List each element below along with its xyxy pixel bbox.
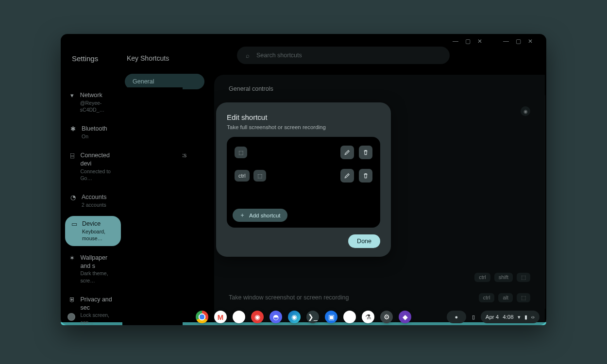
status-time: 4:08 [503,314,513,320]
shortcut-editor: ⬚ ctrl ⬚ [227,137,380,228]
pencil-icon [344,149,351,156]
mic-status[interactable]: ● [447,311,466,323]
app-icon[interactable]: ⚗ [362,311,374,323]
trash-icon [362,172,369,179]
shelf: M ✢ ◉ ◓ ◉ ❯_ ▣ 〰 ⚗ ⚙ ◆ ● ▯ Apr 4 4:08 ▾ … [61,309,546,325]
pencil-icon [344,172,351,179]
discord-icon[interactable]: ◓ [270,311,282,323]
edge-icon[interactable]: ◉ [288,311,301,323]
app-icon[interactable]: ◉ [251,311,264,323]
launcher-button[interactable] [67,313,75,321]
status-tray[interactable]: Apr 4 4:08 ▾ ▮ ‹› [481,311,540,323]
modal-title: Edit shortcut [227,113,380,121]
add-shortcut-label: Add shortcut [249,213,281,218]
edit-shortcut-modal: Edit shortcut Take full screenshot or sc… [216,102,391,257]
key-cap: ctrl [235,170,250,182]
delete-shortcut-button[interactable] [359,146,372,159]
desktop-window: — ▢ ✕ — ▢ ✕ › ⧉ › Settings [61,34,546,325]
shortcut-entry: ctrl ⬚ [233,166,374,185]
overview-key-icon: ⬚ [235,147,247,158]
add-shortcut-button[interactable]: ＋ Add shortcut [233,209,287,222]
phone-icon[interactable]: ▯ [472,314,475,320]
status-date: Apr 4 [486,314,499,320]
shelf-apps: M ✢ ◉ ◓ ◉ ❯_ ▣ 〰 ⚗ ⚙ ◆ [196,309,411,325]
gmail-icon[interactable]: M [214,311,227,323]
shortcut-entry: ⬚ [233,143,374,162]
battery-icon: ▮ [524,314,527,320]
delete-shortcut-button[interactable] [359,169,372,182]
trash-icon [362,149,369,156]
edit-shortcut-button[interactable] [340,146,354,159]
mic-icon: ● [455,314,458,320]
dev-icon: ‹› [531,314,535,320]
files-icon[interactable]: ▣ [325,311,337,323]
photos-icon[interactable]: ✢ [233,311,245,323]
app-icon[interactable]: 〰 [343,311,356,323]
plus-icon: ＋ [239,212,245,219]
settings-icon[interactable]: ⚙ [380,311,393,323]
wifi-icon: ▾ [518,314,521,320]
chrome-icon[interactable] [196,311,208,323]
terminal-icon[interactable]: ❯_ [306,311,319,323]
app-icon[interactable]: ◆ [399,311,411,323]
overview-key-icon: ⬚ [253,170,266,182]
edit-shortcut-button[interactable] [340,169,354,182]
modal-description: Take full screenshot or screen recording [227,124,380,130]
done-button[interactable]: Done [348,234,380,248]
